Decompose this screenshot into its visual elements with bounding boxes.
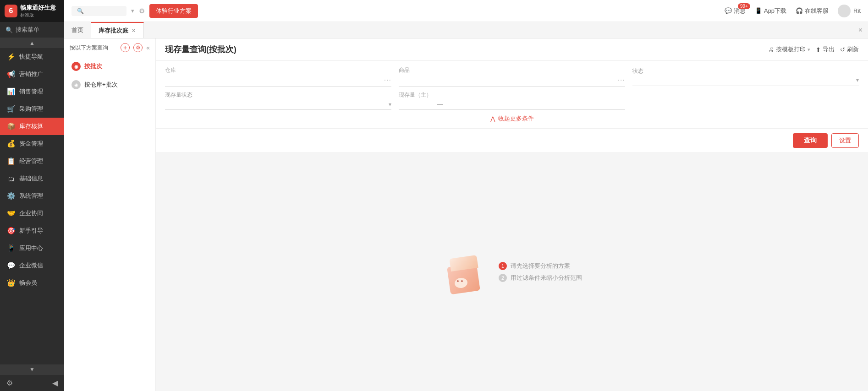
sidebar-item-kuaijie[interactable]: ⚡ 快捷导航 bbox=[0, 48, 64, 65]
settings-btn[interactable]: 设置 bbox=[831, 133, 859, 148]
topbar: 🔍 ▾ ⚙ 体验行业方案 💬 消息 99+ 📱 App下载 🎧 在线客服 Rit bbox=[64, 0, 868, 22]
nav-icon-jingying: 📋 bbox=[6, 157, 16, 165]
user-name: Rit bbox=[853, 7, 861, 14]
conditions-row-1: 仓库 ··· 商品 ··· bbox=[165, 66, 859, 87]
inventory-status-select[interactable] bbox=[165, 101, 387, 108]
sidebar-item-jingying[interactable]: 📋 经营管理 bbox=[0, 152, 64, 170]
range-dash: — bbox=[437, 101, 443, 108]
scheme-item-cangku-pici[interactable]: ◉ 按仓库+批次 bbox=[64, 76, 155, 94]
settings-icon[interactable]: ⚙ bbox=[6, 379, 13, 387]
product-input-wrap: ··· bbox=[399, 76, 625, 87]
sidebar-item-kucun[interactable]: 📦 库存核算 bbox=[0, 118, 64, 135]
nav-label-caigou: 采购管理 bbox=[19, 105, 43, 113]
collapse-more-conditions[interactable]: ⋀ 收起更多条件 bbox=[165, 114, 859, 123]
export-btn[interactable]: ⬆ 导出 bbox=[816, 45, 835, 54]
sidebar-item-xiaoshou[interactable]: 📊 销售管理 bbox=[0, 83, 64, 100]
tip-text-1: 请先选择要分析的方案 bbox=[511, 262, 570, 270]
sidebar-scroll-up[interactable]: ▲ bbox=[0, 38, 64, 48]
add-scheme-btn[interactable]: + bbox=[121, 43, 130, 52]
print-label: 按模板打印 bbox=[776, 45, 806, 54]
status-select-wrap: ▾ bbox=[632, 77, 859, 86]
app-download-action[interactable]: 📱 App下载 bbox=[755, 7, 786, 15]
sidebar-item-yingyong[interactable]: 📱 应用中心 bbox=[0, 239, 64, 257]
print-dropdown-icon[interactable]: ▾ bbox=[808, 47, 810, 53]
product-more-icon[interactable]: ··· bbox=[618, 76, 625, 84]
sidebar-bottom: ⚙ ◀ bbox=[0, 375, 64, 391]
scheme-label-cangku-pici: 按仓库+批次 bbox=[84, 81, 118, 89]
print-btn[interactable]: 🖨 按模板打印 ▾ bbox=[768, 45, 810, 54]
sidebar-item-yingxiao[interactable]: 📢 营销推广 bbox=[0, 65, 64, 83]
tab-close-icon[interactable]: × bbox=[131, 27, 136, 35]
status-chevron-icon: ▾ bbox=[856, 77, 859, 83]
search-menu-item[interactable]: 🔍 搜索菜单 bbox=[0, 22, 64, 38]
nav-icon-xitong: ⚙️ bbox=[6, 192, 16, 200]
scheme-settings-btn[interactable]: ⚙ bbox=[133, 43, 143, 52]
messages-action[interactable]: 💬 消息 99+ bbox=[725, 7, 746, 15]
warehouse-input[interactable] bbox=[165, 77, 384, 84]
plus-icon: + bbox=[123, 44, 127, 51]
nav-label-kucun: 库存核算 bbox=[19, 122, 43, 130]
online-service-action[interactable]: 🎧 在线客服 bbox=[796, 7, 829, 15]
tip-text-2: 用过滤条件来缩小分析范围 bbox=[511, 274, 582, 282]
page-title: 现存量查询(按批次) bbox=[165, 44, 236, 55]
nav-icon-kucun: 📦 bbox=[6, 122, 16, 130]
sidebar-item-caigou[interactable]: 🛒 采购管理 bbox=[0, 100, 64, 118]
sidebar-item-jichu[interactable]: 🗂 基础信息 bbox=[0, 170, 64, 187]
action-row: 查询 设置 bbox=[156, 129, 868, 153]
tab-home-label: 首页 bbox=[71, 26, 83, 34]
collapse-label: 收起更多条件 bbox=[498, 114, 534, 123]
nav-label-kuaijie: 快捷导航 bbox=[19, 53, 43, 61]
nav-icon-qiye: 🤝 bbox=[6, 209, 16, 217]
nav-icon-huiyuan: 👑 bbox=[6, 279, 16, 287]
nav-label-weixin: 企业微信 bbox=[19, 261, 43, 270]
phone-icon: 📱 bbox=[755, 7, 762, 14]
topbar-search-box[interactable]: 🔍 bbox=[71, 6, 126, 16]
product-input[interactable] bbox=[399, 77, 618, 84]
sidebar-item-qiye[interactable]: 🤝 企业协同 bbox=[0, 205, 64, 222]
tab-home[interactable]: 首页 bbox=[64, 22, 91, 38]
query-btn[interactable]: 查询 bbox=[793, 133, 828, 148]
tabbar-close-btn[interactable]: × bbox=[857, 24, 864, 36]
scheme-icon-red: ◉ bbox=[71, 62, 81, 71]
nav-icon-yingxiao: 📢 bbox=[6, 70, 16, 78]
filter-panel: 按以下方案查询 + ⚙ « ◉ 按批次 ◉ bbox=[64, 38, 156, 391]
user-area[interactable]: Rit bbox=[838, 5, 861, 17]
conditions-row-2: 现存量状态 ▾ 现存量（主） — bbox=[165, 91, 859, 110]
status-label: 状态 bbox=[632, 67, 859, 75]
export-icon: ⬆ bbox=[816, 46, 821, 53]
experience-btn[interactable]: 体验行业方案 bbox=[149, 4, 198, 18]
collapse-filter-icon[interactable]: « bbox=[146, 44, 150, 51]
topbar-dropdown-icon[interactable]: ▾ bbox=[131, 7, 134, 14]
refresh-icon: ↺ bbox=[840, 46, 845, 53]
condition-inventory-qty: 现存量（主） — bbox=[399, 91, 625, 110]
tab-batch-account[interactable]: 库存批次账 × bbox=[91, 22, 144, 38]
inventory-status-chevron-icon: ▾ bbox=[389, 101, 391, 108]
sidebar-item-weixin[interactable]: 💬 企业微信 bbox=[0, 257, 64, 274]
sidebar-scroll-down[interactable]: ▼ bbox=[0, 364, 64, 375]
topbar-gear-icon[interactable]: ⚙ bbox=[139, 7, 145, 15]
filter-header-icons: + ⚙ « bbox=[121, 43, 150, 52]
qty-to-input[interactable] bbox=[445, 101, 482, 108]
sidebar-item-xitong[interactable]: ⚙️ 系统管理 bbox=[0, 187, 64, 205]
status-select[interactable] bbox=[632, 77, 854, 84]
sidebar-item-zijin[interactable]: 💰 资金管理 bbox=[0, 135, 64, 152]
sidebar-item-xinshou[interactable]: 🎯 新手引导 bbox=[0, 222, 64, 239]
nav-icon-weixin: 💬 bbox=[6, 261, 16, 270]
nav-label-qiye: 企业协同 bbox=[19, 209, 43, 217]
warehouse-more-icon[interactable]: ··· bbox=[384, 76, 391, 84]
refresh-btn[interactable]: ↺ 刷新 bbox=[840, 45, 859, 54]
main-area: 🔍 ▾ ⚙ 体验行业方案 💬 消息 99+ 📱 App下载 🎧 在线客服 Rit bbox=[64, 0, 868, 391]
inventory-qty-label: 现存量（主） bbox=[399, 91, 625, 99]
export-label: 导出 bbox=[823, 45, 835, 54]
empty-illustration bbox=[442, 249, 488, 295]
nav-label-yingyong: 应用中心 bbox=[19, 244, 43, 252]
filter-panel-header: 按以下方案查询 + ⚙ « bbox=[64, 38, 155, 57]
tip-num-2: 2 bbox=[499, 274, 507, 282]
warehouse-label: 仓库 bbox=[165, 66, 391, 74]
sidebar-item-huiyuan[interactable]: 👑 畅会员 bbox=[0, 274, 64, 292]
scheme-item-pici[interactable]: ◉ 按批次 bbox=[64, 57, 155, 76]
qty-from-input[interactable] bbox=[399, 101, 435, 108]
nav-label-xinshou: 新手引导 bbox=[19, 227, 43, 235]
nav-icon-xiaoshou: 📊 bbox=[6, 87, 16, 96]
collapse-sidebar-icon[interactable]: ◀ bbox=[52, 379, 58, 387]
